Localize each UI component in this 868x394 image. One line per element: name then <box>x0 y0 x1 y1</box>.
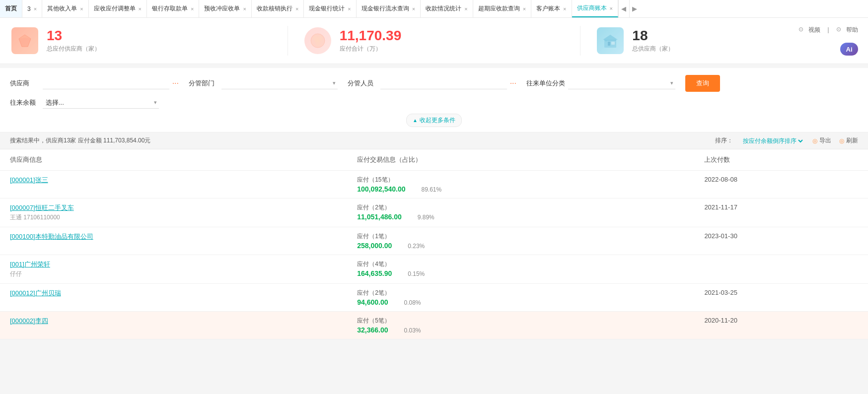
supplier-cell: [000001]张三 <box>0 171 347 198</box>
filter-item-dept: 分管部门 ▾ <box>189 77 338 89</box>
nav-arrow-left[interactable]: ◀ <box>618 0 629 18</box>
ai-button[interactable]: Ai <box>840 43 858 56</box>
nav-tab-advance-recv[interactable]: 预收冲应收单 × <box>199 0 251 17</box>
svg-marker-7 <box>603 35 618 40</box>
balance-select[interactable]: 选择... <box>43 97 159 108</box>
payable-percentage: 0.03% <box>404 327 421 334</box>
summary-card-1: 13 总应付供应商（家） <box>10 26 273 56</box>
result-actions: 排序： 按应付余额倒序排序 ◎ 导出 ◎ 刷新 <box>715 136 858 145</box>
filter-item-supplier: 供应商 ··· <box>10 77 179 89</box>
nav-tab-cash-bank-stat[interactable]: 现金银行统计 × <box>304 0 356 17</box>
payable-amount[interactable]: 11,051,486.00 <box>357 213 402 221</box>
nav-arrow-right[interactable]: ▶ <box>629 0 640 18</box>
nav-tab-ar-adjust[interactable]: 应收应付调整单 × <box>89 0 147 17</box>
collapse-up-icon: ▲ <box>413 118 418 123</box>
supplier-dots-icon[interactable]: ··· <box>172 79 179 88</box>
balance-select-wrap: 选择... ▾ <box>43 97 159 109</box>
close-icon[interactable]: × <box>563 6 566 12</box>
supplier-input[interactable] <box>43 77 169 89</box>
result-summary-text: 搜索结果中，供应商13家 应付金额 111,703,854.00元 <box>10 136 150 145</box>
nav-tab-receipt-stat[interactable]: 收款情况统计 × <box>421 0 473 17</box>
dept-select-wrap: ▾ <box>221 77 338 89</box>
supplier-link[interactable]: [000007]恒旺二手叉车 <box>10 204 74 211</box>
supplier-link[interactable]: [000100]本特勤油品有限公司 <box>10 233 93 240</box>
dept-select[interactable] <box>221 77 338 89</box>
close-icon[interactable]: × <box>523 6 526 12</box>
supplier-link[interactable]: [001]广州荣轩 <box>10 261 50 268</box>
table-row: [000001]张三应付（15笔）100,092,540.0089.61%202… <box>0 171 868 198</box>
nav-tab-cash-bank-flow[interactable]: 现金银行流水查询 × <box>357 0 421 17</box>
nav-tab-3[interactable]: 3 × <box>22 0 42 17</box>
person-input[interactable] <box>380 77 507 89</box>
close-icon[interactable]: × <box>191 6 194 12</box>
sort-select[interactable]: 按应付余额倒序排序 <box>741 137 804 145</box>
payable-label: 应付（4笔） <box>357 260 684 268</box>
nav-cash-bank-stat-label: 现金银行统计 <box>309 4 345 13</box>
nav-tab-bank-deposit[interactable]: 银行存取款单 × <box>147 0 199 17</box>
last-payment-cell: 2021-03-25 <box>694 284 868 312</box>
filter-item-person: 分管人员 ··· <box>348 77 516 89</box>
last-payment-cell: 2020-11-20 <box>694 312 868 339</box>
supplier-link[interactable]: [000012]广州贝瑞 <box>10 289 61 297</box>
summary-text-1: 13 总应付供应商（家） <box>47 29 100 53</box>
category-select[interactable] <box>568 77 675 89</box>
nav-supplier-ledger-label: 供应商账本 <box>577 4 607 12</box>
payable-amount[interactable]: 164,635.90 <box>357 269 392 277</box>
payable-cell: 应付（5笔）32,366.000.03% <box>347 312 694 339</box>
supplier-cell: [000007]恒旺二手叉车王通 17106110000 <box>0 198 347 227</box>
payable-amount[interactable]: 100,092,540.00 <box>357 185 405 193</box>
export-label: 导出 <box>819 136 831 145</box>
payable-percentage: 0.08% <box>404 299 421 306</box>
table-row: [000007]恒旺二手叉车王通 17106110000应付（2笔）11,051… <box>0 198 868 227</box>
help-video-link[interactable]: 视频 <box>808 26 820 34</box>
table-header-row: 供应商信息 应付交易信息（占比） 上次付数 <box>0 149 868 171</box>
export-button[interactable]: ◎ 导出 <box>812 136 831 145</box>
filter-row-2: 往来余额 选择... ▾ <box>10 97 159 109</box>
close-icon[interactable]: × <box>610 5 613 11</box>
supplier-cell: [000100]本特勤油品有限公司 <box>0 227 347 255</box>
col-last-payment: 上次付数 <box>694 149 868 171</box>
result-bar: 搜索结果中，供应商13家 应付金额 111,703,854.00元 排序： 按应… <box>0 132 868 149</box>
nav-advance-recv-label: 预收冲应收单 <box>204 4 240 13</box>
payable-percentage: 0.15% <box>408 270 425 277</box>
close-icon[interactable]: × <box>295 6 298 12</box>
close-icon[interactable]: × <box>80 6 83 12</box>
payable-amount[interactable]: 32,366.00 <box>357 326 388 334</box>
help-link[interactable]: 帮助 <box>846 26 858 34</box>
svg-rect-9 <box>611 42 615 45</box>
close-icon[interactable]: × <box>34 6 37 12</box>
nav-tab-customer-ledger[interactable]: 客户账本 × <box>531 0 572 17</box>
nav-cash-bank-flow-label: 现金银行流水查询 <box>362 4 409 13</box>
refresh-button[interactable]: ◎ 刷新 <box>839 136 858 145</box>
close-icon[interactable]: × <box>139 6 142 12</box>
close-icon[interactable]: × <box>464 6 467 12</box>
nav-tab-receipt-verify[interactable]: 收款核销执行 × <box>252 0 304 17</box>
supplier-cell: [000012]广州贝瑞 <box>0 284 347 312</box>
query-button[interactable]: 查询 <box>685 75 720 92</box>
col-supplier-info-label: 供应商信息 <box>10 156 42 163</box>
payable-percentage: 0.23% <box>408 243 425 250</box>
supplier-link[interactable]: [000002]李四 <box>10 317 48 325</box>
sort-label: 排序： <box>715 136 733 145</box>
close-icon[interactable]: × <box>243 6 246 12</box>
category-label: 往来单位分类 <box>526 79 565 88</box>
nav-tab-overdue-recv[interactable]: 超期应收款查询 × <box>473 0 531 17</box>
payable-amount[interactable]: 94,600.00 <box>357 298 388 306</box>
help-divider: ｜ <box>825 26 831 34</box>
payable-label: 应付（1笔） <box>357 232 684 241</box>
close-icon[interactable]: × <box>412 6 415 12</box>
svg-rect-10 <box>604 40 616 41</box>
payable-cell: 应付（1笔）258,000.000.23% <box>347 227 694 255</box>
data-table: 供应商信息 应付交易信息（占比） 上次付数 [000001]张三应付（15笔）1… <box>0 149 868 339</box>
nav-receipt-stat-label: 收款情况统计 <box>426 4 461 13</box>
nav-tab-other-income[interactable]: 其他收入单 × <box>42 0 88 17</box>
payable-amount[interactable]: 258,000.00 <box>357 242 392 250</box>
nav-other-income-label: 其他收入单 <box>47 4 77 13</box>
supplier-link[interactable]: [000001]张三 <box>10 176 48 184</box>
person-dots-icon[interactable]: ··· <box>510 79 516 88</box>
nav-tab-supplier-ledger[interactable]: 供应商账本 × <box>572 0 618 17</box>
close-icon[interactable]: × <box>348 6 351 12</box>
collapse-button[interactable]: ▲ 收起更多条件 <box>406 114 462 127</box>
last-payment-date: 2023-01-30 <box>704 232 737 240</box>
nav-tab-home[interactable]: 首页 <box>0 0 22 17</box>
